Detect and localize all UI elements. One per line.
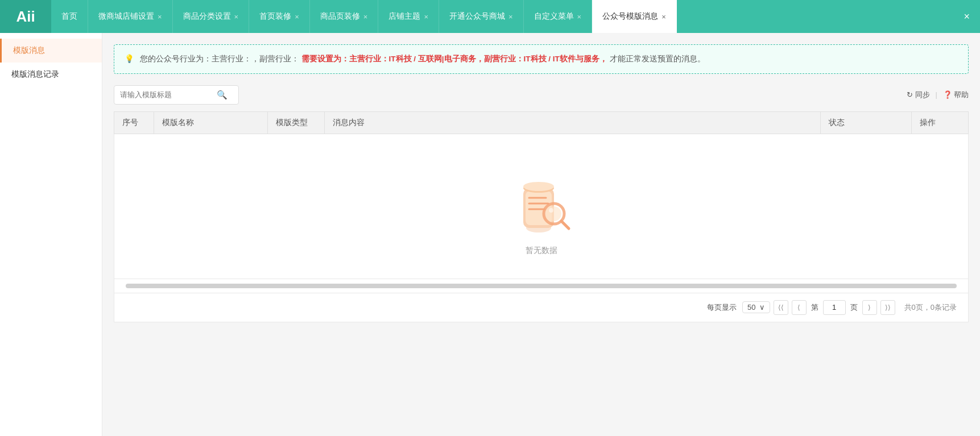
logo: Aii xyxy=(0,0,51,33)
nav-tabs: 首页 微商城店铺设置 × 商品分类设置 × 首页装修 × 商品页装修 × 店铺主… xyxy=(51,0,953,33)
close-icon[interactable]: × xyxy=(158,13,162,21)
search-icon[interactable]: 🔍 xyxy=(217,90,228,100)
notice-highlight: 需要设置为：主营行业：IT科技 / 互联网|电子商务，副营行业：IT科技 / I… xyxy=(301,55,607,63)
nav-tab-template-msg[interactable]: 公众号模版消息 × xyxy=(592,0,677,33)
page-label-pre: 第 xyxy=(811,302,818,313)
close-icon[interactable]: × xyxy=(234,13,239,21)
nav-tab-open-mall[interactable]: 开通公众号商城 × xyxy=(439,0,524,33)
svg-rect-2 xyxy=(526,191,552,225)
empty-state: 暂无数据 xyxy=(114,134,968,279)
per-page-value: 50 xyxy=(747,303,755,312)
svg-point-7 xyxy=(523,182,554,191)
sidebar-item-template-msg-record[interactable]: 模版消息记录 xyxy=(0,63,102,86)
scrollbar-row xyxy=(114,279,969,293)
search-input[interactable] xyxy=(120,90,217,99)
svg-point-9 xyxy=(547,206,561,221)
nav-tab-category-settings[interactable]: 商品分类设置 × xyxy=(173,0,250,33)
nav-tab-home[interactable]: 首页 xyxy=(51,0,88,33)
next-page-button[interactable]: ⟩ xyxy=(862,300,877,315)
main-content: 💡 您的公众号行业为：主营行业：，副营行业： 需要设置为：主营行业：IT科技 /… xyxy=(102,33,980,436)
top-nav: Aii 首页 微商城店铺设置 × 商品分类设置 × 首页装修 × 商品页装修 ×… xyxy=(0,0,980,33)
toolbar-right: ↻ 同步 | ❓ 帮助 xyxy=(907,90,969,100)
per-page-select[interactable]: 50 ∨ xyxy=(742,301,770,313)
nav-tab-custom-menu[interactable]: 自定义菜单 × xyxy=(524,0,593,33)
divider: | xyxy=(936,90,937,99)
total-info: 共0页，0条记录 xyxy=(904,302,957,313)
svg-point-11 xyxy=(549,208,553,213)
close-icon[interactable]: × xyxy=(363,13,368,21)
svg-line-10 xyxy=(561,221,569,229)
nav-tab-product-decor[interactable]: 商品页装修 × xyxy=(310,0,379,33)
pagination-bar: 每页显示 50 ∨ ⟨⟨ ⟨ 第 页 ⟩ ⟩⟩ 共0页，0条记录 xyxy=(114,293,969,322)
chevron-down-icon: ∨ xyxy=(759,303,765,312)
close-icon[interactable]: × xyxy=(661,13,666,21)
close-icon[interactable]: × xyxy=(295,13,299,21)
notice-text-after: 才能正常发送预置的消息。 xyxy=(610,55,705,63)
notice-text-before: 您的公众号行业为：主营行业：，副营行业： xyxy=(140,55,299,63)
col-header-name: 模版名称 xyxy=(154,111,268,134)
notice-box: 💡 您的公众号行业为：主营行业：，副营行业： 需要设置为：主营行业：IT科技 /… xyxy=(114,44,969,74)
nav-tab-store-theme[interactable]: 店铺主题 × xyxy=(378,0,439,33)
refresh-icon: ↻ xyxy=(907,90,913,99)
last-page-button[interactable]: ⟩⟩ xyxy=(880,300,895,315)
page-input[interactable] xyxy=(823,300,846,315)
sidebar: 模版消息 模版消息记录 xyxy=(0,33,102,436)
close-all-button[interactable]: × xyxy=(953,11,980,23)
data-table: 序号 模版名称 模版类型 消息内容 状态 操作 xyxy=(114,111,969,279)
bulb-icon: 💡 xyxy=(125,55,134,63)
per-page-label: 每页显示 xyxy=(707,302,737,313)
col-header-seq: 序号 xyxy=(114,111,154,134)
help-button[interactable]: ❓ 帮助 xyxy=(943,90,969,100)
col-header-action: 操作 xyxy=(912,111,969,134)
nav-tab-store-settings[interactable]: 微商城店铺设置 × xyxy=(88,0,173,33)
empty-icon xyxy=(507,168,576,236)
horizontal-scrollbar[interactable] xyxy=(126,284,957,288)
prev-page-button[interactable]: ⟨ xyxy=(792,300,807,315)
first-page-button[interactable]: ⟨⟨ xyxy=(774,300,788,315)
col-header-status: 状态 xyxy=(821,111,912,134)
close-icon[interactable]: × xyxy=(424,13,428,21)
search-input-wrap: 🔍 xyxy=(114,85,239,105)
nav-tab-homepage-decor[interactable]: 首页装修 × xyxy=(249,0,310,33)
col-header-type: 模版类型 xyxy=(268,111,325,134)
logo-text: Ai xyxy=(16,8,31,26)
col-header-content: 消息内容 xyxy=(325,111,821,134)
help-icon: ❓ xyxy=(943,90,952,99)
layout: 模版消息 模版消息记录 💡 您的公众号行业为：主营行业：，副营行业： 需要设置为… xyxy=(0,33,980,436)
sidebar-item-template-msg[interactable]: 模版消息 xyxy=(0,39,102,63)
page-label-post: 页 xyxy=(850,302,858,313)
search-bar: 🔍 ↻ 同步 | ❓ 帮助 xyxy=(114,85,969,105)
close-icon[interactable]: × xyxy=(577,13,582,21)
close-icon[interactable]: × xyxy=(508,13,513,21)
sync-button[interactable]: ↻ 同步 xyxy=(907,90,930,100)
empty-text: 暂无数据 xyxy=(114,246,968,256)
